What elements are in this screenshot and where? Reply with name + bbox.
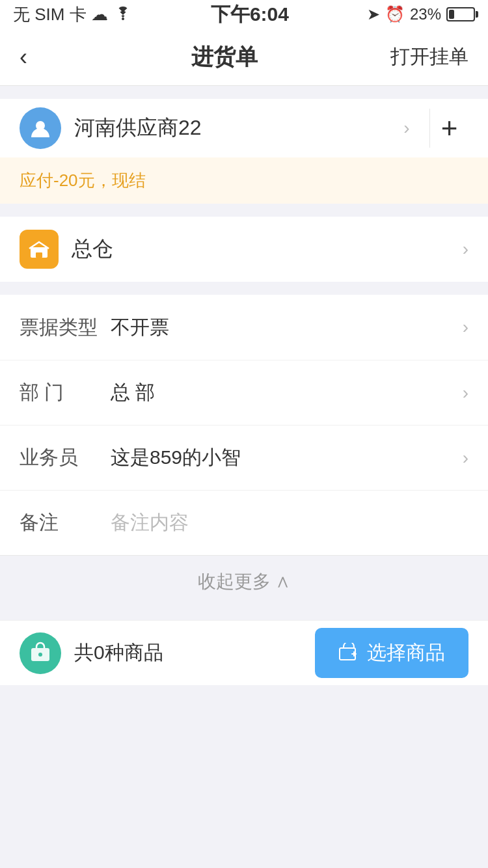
add-supplier-button[interactable]: + [429, 109, 468, 148]
status-time: 下午6:04 [211, 1, 289, 28]
bottom-bar: 共0种商品 选择商品 [0, 620, 488, 685]
remark-row[interactable]: 备注 备注内容 [0, 490, 488, 555]
section-divider-top [0, 86, 488, 99]
product-icon-wrap [20, 632, 61, 674]
remark-label: 备注 [20, 509, 111, 536]
supplier-name: 河南供应商22 [74, 114, 390, 142]
salesperson-chevron: › [463, 448, 468, 468]
wifi-icon [113, 5, 133, 25]
product-count: 共0种商品 [74, 640, 315, 666]
back-button[interactable]: ‹ [20, 44, 59, 71]
page-title: 进货单 [191, 42, 258, 72]
supplier-avatar [20, 107, 61, 149]
select-product-button[interactable]: 选择商品 [315, 628, 468, 678]
battery-icon [446, 7, 475, 21]
section-divider-warehouse [0, 204, 488, 217]
svg-point-0 [122, 18, 124, 20]
battery-percent: 23% [410, 5, 441, 23]
supplier-card: 河南供应商22 › + 应付-20元，现结 [0, 99, 488, 204]
location-icon: ➤ [367, 5, 380, 23]
form-card: 票据类型 不开票 › 部 门 总 部 › 业务员 这是859的小智 › 备注 备… [0, 295, 488, 607]
salesperson-value: 这是859的小智 [111, 444, 463, 471]
warehouse-chevron: › [463, 239, 468, 260]
bill-type-value: 不开票 [111, 314, 463, 341]
collapse-label: 收起更多 ∧ [198, 569, 291, 594]
bill-type-row[interactable]: 票据类型 不开票 › [0, 295, 488, 360]
svg-point-5 [38, 653, 42, 657]
cart-icon [338, 643, 359, 664]
select-product-label: 选择商品 [367, 640, 445, 666]
department-row[interactable]: 部 门 总 部 › [0, 360, 488, 425]
supplier-row-right: › + [390, 109, 468, 148]
supplier-chevron[interactable]: › [390, 118, 423, 139]
department-value: 总 部 [111, 379, 463, 406]
warehouse-card: 总仓 › [0, 217, 488, 282]
status-bar: 无 SIM 卡 ☁ 下午6:04 ➤ ⏰ 23% [0, 0, 488, 29]
notice-bar: 应付-20元，现结 [0, 157, 488, 204]
warehouse-name: 总仓 [72, 235, 463, 264]
supplier-row[interactable]: 河南供应商22 › + [0, 99, 488, 157]
collapse-row[interactable]: 收起更多 ∧ [0, 555, 488, 607]
warehouse-row[interactable]: 总仓 › [0, 217, 488, 282]
remark-input[interactable]: 备注内容 [111, 509, 468, 536]
salesperson-row[interactable]: 业务员 这是859的小智 › [0, 425, 488, 490]
sim-label: 无 SIM 卡 ☁ [13, 3, 108, 26]
salesperson-label: 业务员 [20, 444, 111, 471]
alarm-icon: ⏰ [385, 5, 405, 23]
bill-type-chevron: › [463, 317, 468, 338]
status-right: ➤ ⏰ 23% [367, 5, 475, 23]
nav-bar: ‹ 进货单 打开挂单 [0, 29, 488, 86]
department-label: 部 门 [20, 379, 111, 406]
svg-rect-3 [36, 252, 42, 258]
status-left: 无 SIM 卡 ☁ [13, 3, 133, 26]
section-divider-form [0, 282, 488, 295]
bill-type-label: 票据类型 [20, 314, 111, 341]
department-chevron: › [463, 383, 468, 403]
open-pending-button[interactable]: 打开挂单 [390, 44, 468, 70]
warehouse-icon [20, 230, 59, 269]
